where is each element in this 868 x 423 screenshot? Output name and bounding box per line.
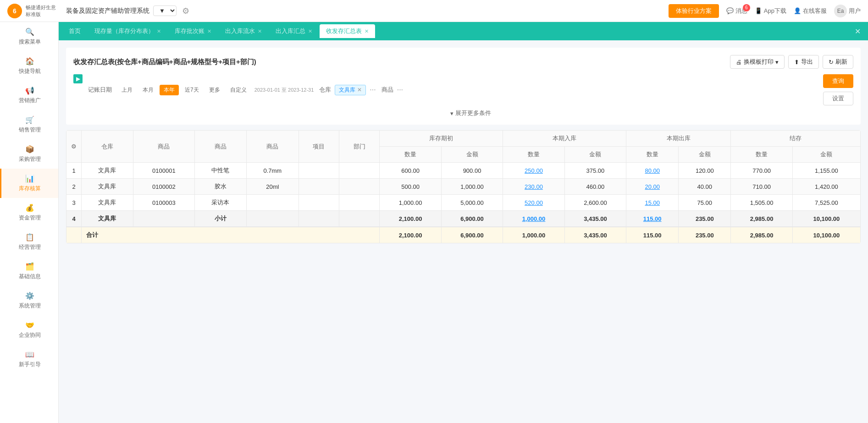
marketing-icon: 📢 <box>25 86 34 95</box>
in-qty-link[interactable]: 230.00 <box>525 183 543 190</box>
tab-home[interactable]: 首页 <box>62 24 87 38</box>
message-nav[interactable]: 💬 消息 6 <box>726 7 747 15</box>
th-balance: 结存 <box>731 131 861 147</box>
row-out-qty[interactable]: 15.00 <box>626 195 679 211</box>
sidebar-item-sales[interactable]: 🛒 销售管理 <box>0 110 58 139</box>
sidebar-label-enterprise: 企业协同 <box>19 331 41 339</box>
tab-batch-ledger[interactable]: 库存批次账✕ <box>168 24 218 38</box>
filter-toggle[interactable]: ▶ <box>73 74 83 83</box>
sidebar-label-quick-nav: 快捷导航 <box>19 67 41 75</box>
in-qty-link[interactable]: 1,000.00 <box>522 215 546 222</box>
warehouse-tag[interactable]: 文具库 ✕ <box>335 85 366 95</box>
footer-label: 合计 <box>82 227 380 243</box>
row-open-qty: 600.00 <box>380 163 441 179</box>
trial-button[interactable]: 体验行业方案 <box>669 4 719 18</box>
row-out-amt: 75.00 <box>679 195 731 211</box>
sidebar-item-inventory[interactable]: 📊 库存核算 <box>0 169 58 198</box>
user-nav[interactable]: Ea 用户 <box>834 5 861 17</box>
app-logo: 6 <box>7 4 22 18</box>
in-qty-link[interactable]: 520.00 <box>525 199 543 206</box>
user-label: 用户 <box>849 7 861 15</box>
row-no: 4 <box>66 211 82 227</box>
tab-close-receive-send[interactable]: ✕ <box>365 28 369 34</box>
date-btn-last-month[interactable]: 上月 <box>117 85 137 95</box>
sidebar-item-purchase[interactable]: 📦 采购管理 <box>0 139 58 169</box>
th-in-qty: 数量 <box>503 147 564 163</box>
th-out-amt: 金额 <box>679 147 731 163</box>
tab-stock-dist[interactable]: 现存量（库存分布表）✕ <box>88 24 167 38</box>
row-out-qty[interactable]: 80.00 <box>626 163 679 179</box>
row-in-qty[interactable]: 1,000.00 <box>503 211 564 227</box>
system-select[interactable]: ▼ <box>153 5 177 16</box>
chevron-down-icon: ▾ <box>775 59 779 66</box>
sidebar-label-inventory: 库存核算 <box>19 185 41 192</box>
tab-inout-flow[interactable]: 出入库流水✕ <box>219 24 268 38</box>
footer-out-amt: 235.00 <box>679 227 731 243</box>
sidebar-label-guide: 新手引导 <box>19 361 41 368</box>
refresh-button[interactable]: ↻ 刷新 <box>823 55 853 69</box>
date-btn-more[interactable]: 更多 <box>205 85 224 95</box>
print-button[interactable]: 🖨 换模板打印 ▾ <box>730 55 785 69</box>
settings-icon[interactable]: ⚙ <box>182 6 189 16</box>
gear-icon[interactable]: ⚙ <box>71 143 77 150</box>
date-btn-7days[interactable]: 近7天 <box>181 85 203 95</box>
download-label: App下载 <box>764 7 786 15</box>
sidebar-item-basic[interactable]: 🗂️ 基础信息 <box>0 257 58 286</box>
tab-bar-close[interactable]: ✕ <box>851 27 864 36</box>
row-department <box>339 195 380 211</box>
sidebar-item-system[interactable]: ⚙️ 系统管理 <box>0 286 58 315</box>
row-in-qty[interactable]: 250.00 <box>503 163 564 179</box>
in-qty-link[interactable]: 250.00 <box>525 167 543 174</box>
query-button[interactable]: 查询 <box>823 74 853 88</box>
table-settings-col[interactable]: ⚙ <box>66 131 82 163</box>
tab-close-stock-dist[interactable]: ✕ <box>157 28 161 34</box>
sidebar-item-operations[interactable]: 📋 经营管理 <box>0 227 58 257</box>
out-qty-link[interactable]: 80.00 <box>645 167 660 174</box>
row-no: 3 <box>66 195 82 211</box>
row-in-qty[interactable]: 230.00 <box>503 179 564 195</box>
sidebar-item-guide[interactable]: 📖 新手引导 <box>0 345 58 374</box>
tab-close-inout-summary[interactable]: ✕ <box>308 28 312 34</box>
system-name: 装备及固定资产辅助管理系统 <box>66 7 149 15</box>
row-code: 0100001 <box>133 163 194 179</box>
download-icon: 📱 <box>755 7 762 14</box>
warehouse-tag-close[interactable]: ✕ <box>357 87 362 93</box>
out-qty-link[interactable]: 20.00 <box>645 183 660 190</box>
row-open-qty: 2,100.00 <box>380 211 441 227</box>
th-open-qty: 数量 <box>380 147 441 163</box>
sidebar-label-basic: 基础信息 <box>19 273 41 280</box>
tab-bar: 首页现存量（库存分布表）✕库存批次账✕出入库流水✕出入库汇总✕收发存汇总表✕ ✕ <box>59 22 868 40</box>
row-out-qty[interactable]: 20.00 <box>626 179 679 195</box>
expand-label[interactable]: 展开更多条件 <box>455 109 491 117</box>
tab-label-batch-ledger: 库存批次账 <box>175 27 205 35</box>
row-in-qty[interactable]: 520.00 <box>503 195 564 211</box>
warehouse-more[interactable]: ··· <box>370 86 376 94</box>
settings-button[interactable]: 设置 <box>823 92 853 105</box>
sidebar-item-quick-nav[interactable]: 🏠 快捷导航 <box>0 51 58 81</box>
sidebar-item-finance[interactable]: 💰 资金管理 <box>0 198 58 227</box>
sidebar-item-marketing[interactable]: 📢 营销推广 <box>0 81 58 110</box>
tab-inout-summary[interactable]: 出入库汇总✕ <box>269 24 319 38</box>
date-btn-custom[interactable]: 自定义 <box>226 85 251 95</box>
footer-out-qty: 115.00 <box>626 227 679 243</box>
out-qty-link[interactable]: 115.00 <box>643 215 662 222</box>
sidebar-label-system: 系统管理 <box>19 302 41 310</box>
date-options: 上月 本月 本年 近7天 更多 自定义 2023-01-01 至 2023-12… <box>117 85 314 95</box>
date-btn-this-year[interactable]: 本年 <box>160 85 179 95</box>
tab-label-receive-send: 收发存汇总表 <box>326 27 362 35</box>
online-service-nav[interactable]: 👤 在线客服 <box>794 7 827 15</box>
export-button[interactable]: ⬆ 导出 <box>788 55 819 69</box>
tab-close-inout-flow[interactable]: ✕ <box>258 28 262 34</box>
date-btn-this-month[interactable]: 本月 <box>138 85 158 95</box>
sidebar-item-search[interactable]: 🔍 搜索菜单 <box>0 22 58 51</box>
app-download-nav[interactable]: 📱 App下载 <box>755 7 786 15</box>
row-out-qty[interactable]: 115.00 <box>626 211 679 227</box>
out-qty-link[interactable]: 15.00 <box>645 199 660 206</box>
sidebar-item-enterprise[interactable]: 🤝 企业协同 <box>0 315 58 345</box>
table-row: 3 文具库 0100003 采访本 1,000.00 5,000.00 520.… <box>66 195 861 211</box>
th-project: 项目 <box>299 131 339 163</box>
product-more[interactable]: ··· <box>397 86 403 94</box>
row-warehouse: 文具库 <box>82 163 133 179</box>
tab-close-batch-ledger[interactable]: ✕ <box>207 28 211 34</box>
tab-receive-send[interactable]: 收发存汇总表✕ <box>320 24 375 38</box>
